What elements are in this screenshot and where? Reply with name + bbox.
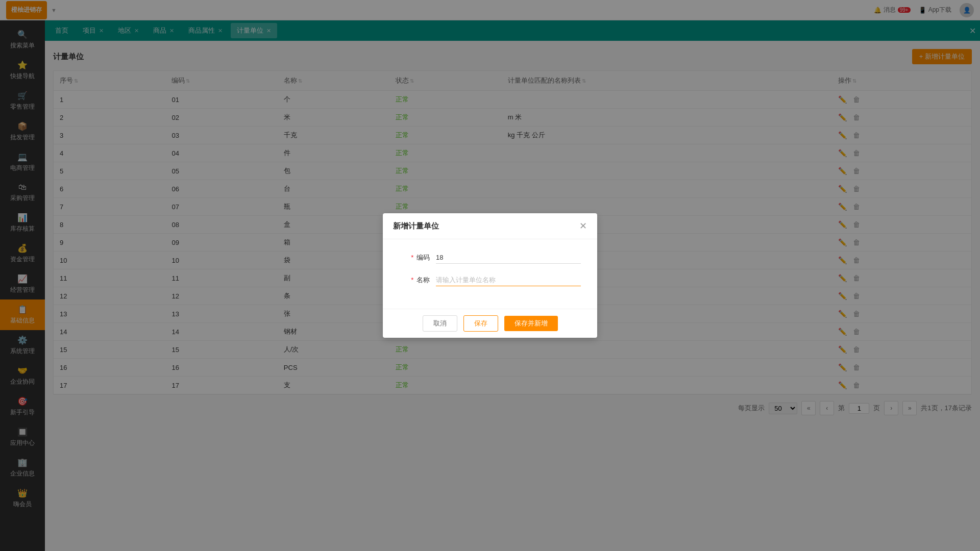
name-label-text: 名称 <box>416 276 430 284</box>
modal-header: 新增计量单位 ✕ <box>383 213 597 239</box>
name-required-star: * <box>411 276 413 284</box>
code-required-star: * <box>411 254 413 261</box>
modal-body: * 编码 * 名称 <box>383 239 597 309</box>
modal-footer: 取消 保存 保存并新增 <box>383 309 597 338</box>
code-input[interactable] <box>436 252 581 264</box>
cancel-button[interactable]: 取消 <box>423 315 457 332</box>
save-button[interactable]: 保存 <box>463 315 498 332</box>
name-input[interactable] <box>436 274 581 286</box>
save-and-new-button[interactable]: 保存并新增 <box>504 316 558 331</box>
code-label: * 编码 <box>399 253 430 262</box>
modal-close-button[interactable]: ✕ <box>579 220 587 232</box>
modal-overlay[interactable]: 新增计量单位 ✕ * 编码 * 名称 取消 保存 保存并新增 <box>0 0 980 551</box>
code-label-text: 编码 <box>416 254 430 261</box>
name-label: * 名称 <box>399 276 430 285</box>
code-form-row: * 编码 <box>399 252 581 264</box>
modal-title: 新增计量单位 <box>393 221 439 231</box>
modal: 新增计量单位 ✕ * 编码 * 名称 取消 保存 保存并新增 <box>383 213 597 338</box>
name-form-row: * 名称 <box>399 274 581 286</box>
